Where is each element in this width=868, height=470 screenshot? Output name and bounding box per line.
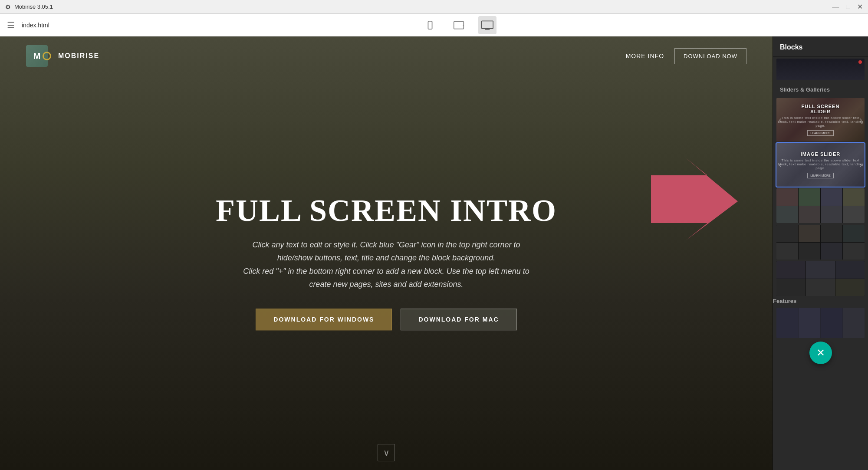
nav-more-info[interactable]: MORE INFO	[626, 53, 664, 59]
hero-subtitle-line4: create new pages, sites and add extensio…	[116, 278, 657, 292]
mobile-view-button[interactable]	[421, 16, 439, 34]
download-mac-button[interactable]: DOWNLOAD FOR MAC	[401, 309, 516, 330]
site-logo: M MOBIRISE	[26, 45, 99, 67]
logo-ring	[43, 52, 51, 60]
hero-subtitle-line1: Click any text to edit or style it. Clic…	[116, 238, 657, 252]
minimize-button[interactable]: —	[832, 3, 839, 10]
block-full-screen-slider[interactable]: ‹ › FULL SCREEN SLIDER This is some text…	[776, 98, 865, 141]
file-title: index.html	[22, 22, 49, 29]
preview-area: M MOBIRISE MORE INFO DOWNLOAD NOW FULL S…	[0, 36, 773, 470]
svg-rect-2	[454, 21, 464, 29]
hero-title: FULL SCREEN INTRO	[116, 194, 657, 228]
chevron-down-icon: ∨	[383, 447, 390, 458]
pink-arrow-overlay	[651, 158, 738, 245]
appbar: ☰ index.html	[0, 14, 868, 36]
svg-rect-4	[482, 21, 493, 29]
main-layout: M MOBIRISE MORE INFO DOWNLOAD NOW FULL S…	[0, 36, 868, 470]
section-label-features: Features	[773, 298, 868, 306]
nav-download-button[interactable]: DOWNLOAD NOW	[674, 48, 746, 64]
app-icon: ⚙	[5, 3, 11, 10]
download-windows-button[interactable]: DOWNLOAD FOR WINDOWS	[256, 309, 392, 330]
gallery-thumb-2	[776, 225, 865, 260]
tablet-view-button[interactable]	[450, 16, 468, 34]
titlebar-left: ⚙ Mobirise 3.05.1	[5, 3, 53, 10]
blocks-sidebar: Blocks Sliders & Galleries ‹ › FULL SCRE…	[773, 36, 868, 470]
logo-icon: M	[26, 45, 48, 67]
menu-icon[interactable]: ☰	[7, 20, 15, 30]
block-gallery-1[interactable]	[776, 188, 865, 223]
block-image-slider[interactable]: ‹ › IMAGE SLIDER This is some text insid…	[776, 143, 865, 187]
hero-subtitle: Click any text to edit or style it. Clic…	[116, 238, 657, 291]
hero-buttons: DOWNLOAD FOR WINDOWS DOWNLOAD FOR MAC	[116, 309, 657, 330]
block-gallery-2[interactable]	[776, 225, 865, 260]
desktop-view-button[interactable]	[478, 16, 496, 34]
gallery-thumb-3	[776, 261, 865, 296]
hero-content: FULL SCREEN INTRO Click any text to edit…	[116, 194, 657, 331]
fab-close-button[interactable]: ✕	[809, 342, 832, 364]
titlebar: ⚙ Mobirise 3.05.1 — □ ✕	[0, 0, 868, 14]
svg-rect-0	[428, 21, 432, 29]
block-gallery-3[interactable]	[776, 261, 865, 296]
device-switcher	[56, 16, 861, 34]
scroll-down-arrow[interactable]: ∨	[378, 444, 395, 461]
sidebar-top-preview	[776, 59, 865, 80]
gallery-thumb-1	[776, 188, 865, 223]
app-title: Mobirise 3.05.1	[14, 3, 53, 10]
close-button[interactable]: ✕	[857, 3, 863, 10]
hero-subtitle-line2: hide/show buttons, text, title and chang…	[116, 252, 657, 265]
section-label-sliders: Sliders & Galleries	[773, 81, 868, 96]
sidebar-title: Blocks	[773, 36, 868, 57]
svg-marker-7	[651, 158, 738, 240]
maximize-button[interactable]: □	[846, 3, 850, 10]
block-features-1[interactable]	[776, 308, 865, 338]
logo-name: MOBIRISE	[58, 52, 99, 60]
site-navbar: M MOBIRISE MORE INFO DOWNLOAD NOW	[0, 36, 773, 76]
logo-letter: M	[33, 51, 41, 61]
close-icon: ✕	[816, 347, 825, 359]
site-nav-right: MORE INFO DOWNLOAD NOW	[626, 48, 746, 64]
hero-subtitle-line3: Click red "+" in the bottom right corner…	[116, 265, 657, 278]
titlebar-right[interactable]: — □ ✕	[832, 3, 863, 10]
